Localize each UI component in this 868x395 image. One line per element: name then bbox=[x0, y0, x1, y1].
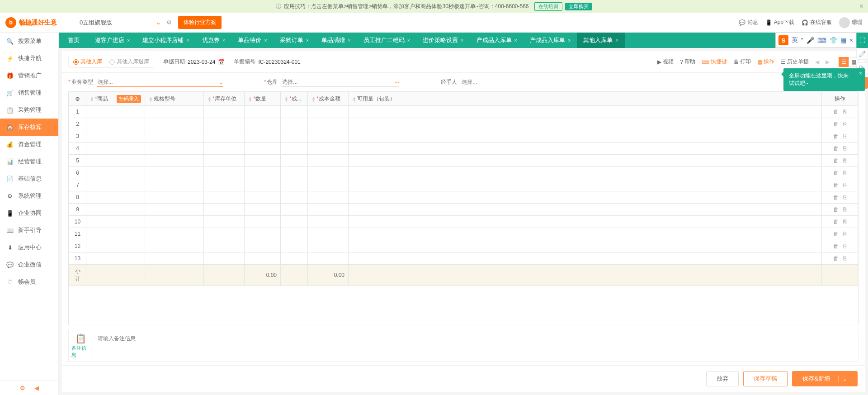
nav-prev-icon[interactable]: ◀ bbox=[815, 59, 819, 65]
sidebar-item-11[interactable]: 📖新手引导 bbox=[0, 222, 58, 239]
sidebar-item-3[interactable]: 🛒销售管理 bbox=[0, 84, 58, 101]
tab-9[interactable]: 产成品入库单× bbox=[524, 33, 577, 48]
row-delete-icon[interactable]: 🗑 bbox=[833, 194, 839, 200]
experience-button[interactable]: 体验行业方案 bbox=[178, 16, 222, 29]
tab-3[interactable]: 单品特价× bbox=[231, 33, 273, 48]
online-training-button[interactable]: 在线培训 bbox=[534, 2, 562, 11]
row-delete-icon[interactable]: 🗑 bbox=[833, 231, 839, 237]
table-row[interactable]: 10🗑⎘ bbox=[69, 216, 858, 228]
tab-close-icon[interactable]: × bbox=[615, 38, 618, 43]
row-delete-icon[interactable]: 🗑 bbox=[833, 145, 839, 152]
sidebar-collapse-icon[interactable]: ◀ bbox=[34, 385, 39, 391]
app-download-link[interactable]: 📱 App下载 bbox=[765, 19, 794, 26]
tab-10[interactable]: 其他入库单× bbox=[577, 33, 624, 48]
handler-input[interactable] bbox=[461, 77, 578, 87]
user-menu[interactable]: 珊珊 bbox=[839, 17, 863, 28]
tip-close-icon[interactable]: × bbox=[859, 70, 862, 76]
row-copy-icon[interactable]: ⎘ bbox=[843, 194, 846, 200]
col-cost[interactable]: ▲▼*成... bbox=[281, 92, 308, 106]
sidebar-item-2[interactable]: 🎁营销推广 bbox=[0, 67, 58, 84]
tab-close-icon[interactable]: × bbox=[348, 38, 350, 43]
table-row[interactable]: 3🗑⎘ bbox=[69, 130, 858, 143]
row-delete-icon[interactable]: 🗑 bbox=[833, 133, 839, 139]
col-spec[interactable]: ▲▼规格型号 bbox=[145, 92, 204, 106]
row-copy-icon[interactable]: ⎘ bbox=[843, 170, 846, 176]
row-copy-icon[interactable]: ⎘ bbox=[843, 255, 846, 262]
sidebar-item-7[interactable]: 📊经营管理 bbox=[0, 153, 58, 170]
tab-close-icon[interactable]: × bbox=[568, 38, 571, 43]
online-service-link[interactable]: 🎧 在线客服 bbox=[802, 19, 832, 26]
row-copy-icon[interactable]: ⎘ bbox=[843, 121, 846, 127]
toolbar-hotkey[interactable]: ⌨快捷键 bbox=[702, 58, 727, 66]
table-row[interactable]: 6🗑⎘ bbox=[69, 167, 858, 179]
sidebar-item-6[interactable]: 💰资金管理 bbox=[0, 136, 58, 153]
row-delete-icon[interactable]: 🗑 bbox=[833, 157, 839, 164]
col-available[interactable]: ▲▼可用量（包装） bbox=[349, 92, 822, 106]
business-type-input[interactable] bbox=[97, 77, 223, 87]
table-row[interactable]: 4🗑⎘ bbox=[69, 143, 858, 155]
row-copy-icon[interactable]: ⎘ bbox=[843, 133, 846, 139]
col-qty[interactable]: ▲▼*数量 bbox=[245, 92, 281, 106]
toolbar-print[interactable]: 🖶打印 bbox=[733, 58, 751, 66]
tab-close-icon[interactable]: × bbox=[407, 38, 410, 43]
col-unit[interactable]: ▲▼*库存单位 bbox=[204, 92, 245, 106]
chevron-down-icon[interactable]: ⌄ bbox=[219, 79, 223, 86]
sidebar-item-13[interactable]: 💬企业微信 bbox=[0, 256, 58, 273]
tab-6[interactable]: 员工推广二维码× bbox=[357, 33, 416, 48]
tab-1[interactable]: 建立小程序店铺× bbox=[136, 33, 195, 48]
buy-now-button[interactable]: 立即购买 bbox=[565, 3, 592, 10]
toolbar-history[interactable]: ☰历史单据 bbox=[781, 58, 809, 66]
row-delete-icon[interactable]: 🗑 bbox=[833, 109, 839, 115]
row-copy-icon[interactable]: ⎘ bbox=[843, 206, 846, 213]
row-delete-icon[interactable]: 🗑 bbox=[833, 219, 839, 225]
row-delete-icon[interactable]: 🗑 bbox=[833, 182, 839, 188]
tab-close-icon[interactable]: × bbox=[514, 38, 517, 43]
discard-button[interactable]: 放弃 bbox=[706, 371, 739, 386]
sidebar-item-14[interactable]: ♡畅会员 bbox=[0, 273, 58, 290]
rail-clip-icon[interactable]: 🧷 bbox=[856, 48, 868, 60]
sidebar-item-12[interactable]: ⬇应用中心 bbox=[0, 239, 58, 256]
table-row[interactable]: 7🗑⎘ bbox=[69, 179, 858, 191]
settings-gear-icon[interactable]: ⚙ bbox=[166, 19, 172, 26]
sidebar-item-8[interactable]: 📄基础信息 bbox=[0, 170, 58, 187]
row-copy-icon[interactable]: ⎘ bbox=[843, 243, 846, 249]
table-row[interactable]: 2🗑⎘ bbox=[69, 118, 858, 130]
col-settings[interactable]: ⚙ bbox=[69, 92, 86, 106]
table-row[interactable]: 11🗑⎘ bbox=[69, 228, 858, 240]
tab-4[interactable]: 采购订单× bbox=[274, 33, 315, 48]
tab-7[interactable]: 进价策略设置× bbox=[416, 33, 470, 48]
sidebar-item-4[interactable]: 📋采购管理 bbox=[0, 101, 58, 119]
sidebar-item-5[interactable]: 🏠库存核算 bbox=[0, 119, 58, 136]
tab-home[interactable]: 首页 bbox=[59, 33, 89, 48]
row-delete-icon[interactable]: 🗑 bbox=[833, 170, 839, 176]
tab-close-icon[interactable]: × bbox=[306, 38, 309, 43]
save-draft-button[interactable]: 保存草稿 bbox=[743, 371, 788, 386]
ime-toolbar[interactable]: S 英 " 🎤 ⌨ 👕 ▦ × bbox=[775, 33, 856, 48]
sidebar-settings-icon[interactable]: ⚙ bbox=[20, 385, 25, 391]
company-selector[interactable]: 0五组旗舰版 ⌄ bbox=[80, 19, 161, 27]
warehouse-input[interactable] bbox=[281, 77, 399, 87]
row-delete-icon[interactable]: 🗑 bbox=[833, 121, 839, 127]
tab-close-icon[interactable]: × bbox=[264, 38, 267, 43]
doc-date-value[interactable]: 2023-03-24 bbox=[188, 59, 215, 65]
more-icon[interactable]: ⋯ bbox=[394, 79, 400, 86]
tab-2[interactable]: 优惠券× bbox=[196, 33, 231, 48]
table-row[interactable]: 5🗑⎘ bbox=[69, 155, 858, 167]
row-copy-icon[interactable]: ⎘ bbox=[843, 182, 846, 188]
row-copy-icon[interactable]: ⎘ bbox=[843, 157, 846, 164]
calendar-icon[interactable]: 📅 bbox=[218, 59, 225, 65]
col-amount[interactable]: ▲▼*成本金额 bbox=[308, 92, 349, 106]
tab-close-icon[interactable]: × bbox=[127, 38, 130, 43]
row-delete-icon[interactable]: 🗑 bbox=[833, 243, 839, 249]
table-row[interactable]: 8🗑⎘ bbox=[69, 191, 858, 204]
view-list-icon[interactable]: ☰ bbox=[839, 57, 849, 67]
ime-close-icon[interactable]: × bbox=[849, 37, 853, 44]
tab-8[interactable]: 产成品入库单× bbox=[470, 33, 524, 48]
table-row[interactable]: 12🗑⎘ bbox=[69, 240, 858, 252]
table-row[interactable]: 1🗑⎘ bbox=[69, 106, 858, 118]
messages-link[interactable]: 💬 消息 bbox=[739, 19, 758, 26]
remarks-input[interactable] bbox=[93, 330, 858, 361]
tab-close-icon[interactable]: × bbox=[222, 38, 225, 43]
toolbar-help[interactable]: ?帮助 bbox=[680, 58, 695, 66]
row-copy-icon[interactable]: ⎘ bbox=[843, 109, 846, 115]
